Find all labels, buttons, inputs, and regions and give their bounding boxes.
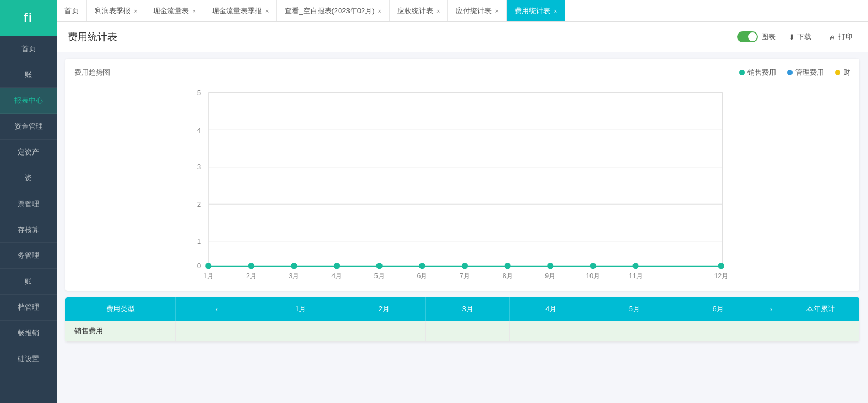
- cell-m2: [342, 321, 426, 341]
- chart-legend: 销售费用 管理费用 财: [739, 68, 850, 78]
- chart-toggle[interactable]: [737, 31, 758, 42]
- svg-text:9月: 9月: [545, 272, 555, 280]
- svg-text:0: 0: [197, 262, 201, 270]
- col-prev[interactable]: ‹: [176, 297, 259, 321]
- chart-toggle-label: 图表: [761, 32, 776, 42]
- cell-m1: [259, 321, 343, 341]
- close-tab-blank-report[interactable]: ×: [378, 8, 381, 14]
- svg-text:12月: 12月: [714, 272, 728, 280]
- col-m5: 5月: [593, 297, 677, 321]
- svg-text:11月: 11月: [629, 272, 643, 280]
- download-icon: ⬇: [789, 33, 795, 41]
- legend-dot-management: [787, 70, 793, 75]
- cell-m4: [510, 321, 593, 341]
- close-tab-payables[interactable]: ×: [495, 8, 498, 14]
- svg-text:2月: 2月: [246, 272, 256, 280]
- print-icon: 🖨: [829, 33, 836, 41]
- sidebar-item-accounts[interactable]: 账: [0, 62, 57, 88]
- svg-point-15: [291, 263, 297, 269]
- close-tab-receivables[interactable]: ×: [436, 8, 440, 14]
- app-logo: fi: [0, 0, 57, 36]
- col-m3: 3月: [426, 297, 510, 321]
- tab-expense-stats[interactable]: 费用统计表 ×: [507, 0, 565, 22]
- table-section: 费用类型 ‹ 1月 2月 3月 4月 5月: [65, 297, 859, 342]
- close-tab-expense-stats[interactable]: ×: [554, 8, 557, 14]
- col-m1: 1月: [259, 297, 343, 321]
- tab-blank-report[interactable]: 查看_空白报表(2023年02月) ×: [277, 0, 390, 22]
- legend-dot-sales: [739, 70, 745, 75]
- tab-cash-flow-quarterly[interactable]: 现金流量表季报 ×: [204, 0, 277, 22]
- sidebar-item-fund-management[interactable]: 资金管理: [0, 114, 57, 140]
- svg-text:3: 3: [197, 163, 201, 171]
- cell-m6: [676, 321, 760, 341]
- tab-home[interactable]: 首页: [57, 0, 87, 22]
- sidebar-item-basic-settings[interactable]: 础设置: [0, 346, 57, 372]
- content-area: 费用统计表 图表 ⬇ 下载 🖨 打印 费用趋势图: [57, 22, 868, 403]
- close-tab-cash-flow[interactable]: ×: [192, 8, 195, 14]
- cell-m3: [426, 321, 510, 341]
- next-arrow-icon[interactable]: ›: [769, 305, 772, 313]
- close-tab-profit-report[interactable]: ×: [134, 8, 137, 14]
- col-next[interactable]: ›: [760, 297, 782, 321]
- svg-text:4: 4: [197, 126, 201, 134]
- chart-header: 费用趋势图 销售费用 管理费用 财: [74, 68, 850, 78]
- legend-label-finance: 财: [843, 68, 850, 78]
- cell-prev: [176, 321, 259, 341]
- tab-cash-flow[interactable]: 现金流量表 ×: [145, 0, 204, 22]
- svg-text:2: 2: [197, 200, 201, 208]
- cell-ytd: [782, 321, 859, 341]
- page-title: 费用统计表: [68, 30, 117, 43]
- sidebar-item-report-center[interactable]: 报表中心: [0, 88, 57, 114]
- print-button[interactable]: 🖨 打印: [825, 30, 857, 44]
- svg-point-22: [590, 263, 596, 269]
- table-row: 销售费用: [65, 321, 859, 342]
- sidebar-item-inventory[interactable]: 存核算: [0, 217, 57, 243]
- svg-text:1: 1: [197, 237, 201, 245]
- svg-point-20: [505, 263, 511, 269]
- sidebar-item-ledger[interactable]: 账: [0, 269, 57, 295]
- svg-point-21: [547, 263, 553, 269]
- svg-text:1月: 1月: [203, 272, 214, 280]
- table-body: 销售费用: [65, 321, 859, 342]
- svg-text:8月: 8月: [503, 272, 513, 280]
- sidebar-item-home[interactable]: 首页: [0, 36, 57, 62]
- chart-toggle-wrap[interactable]: 图表: [737, 31, 776, 42]
- svg-text:5: 5: [197, 89, 201, 97]
- sidebar-item-expense-cancel[interactable]: 畅报销: [0, 321, 57, 346]
- tab-bar: 首页 利润表季报 × 现金流量表 × 现金流量表季报 × 查看_空白报表(202…: [57, 0, 868, 22]
- header-actions: 图表 ⬇ 下载 🖨 打印: [737, 30, 857, 44]
- svg-text:10月: 10月: [586, 272, 600, 280]
- svg-text:4月: 4月: [331, 272, 342, 280]
- legend-label-sales: 销售费用: [747, 68, 776, 78]
- cell-m5: [593, 321, 677, 341]
- sidebar-item-fixed-assets[interactable]: 定资产: [0, 140, 57, 165]
- svg-point-19: [462, 263, 468, 269]
- svg-point-14: [248, 263, 254, 269]
- svg-text:6月: 6月: [417, 272, 427, 280]
- svg-text:3月: 3月: [289, 272, 299, 280]
- download-button[interactable]: ⬇ 下载: [784, 30, 816, 44]
- tab-profit-report[interactable]: 利润表季报 ×: [87, 0, 145, 22]
- chart-svg: 5 4 3 2 1 0: [74, 84, 850, 282]
- svg-text:5月: 5月: [374, 272, 385, 280]
- tab-payables[interactable]: 应付统计表 ×: [448, 0, 506, 22]
- sidebar-item-file-management[interactable]: 档管理: [0, 295, 57, 321]
- cell-type: 销售费用: [65, 321, 176, 341]
- col-m4: 4月: [510, 297, 593, 321]
- sidebar-item-service-management[interactable]: 务管理: [0, 243, 57, 269]
- svg-point-23: [632, 263, 638, 269]
- svg-rect-12: [209, 93, 723, 266]
- prev-arrow-icon[interactable]: ‹: [216, 305, 219, 313]
- tab-receivables[interactable]: 应收统计表 ×: [390, 0, 448, 22]
- svg-point-16: [334, 263, 340, 269]
- col-m2: 2月: [342, 297, 426, 321]
- chart-svg-wrap: 5 4 3 2 1 0: [74, 84, 850, 282]
- sidebar-item-capital[interactable]: 资: [0, 165, 57, 191]
- close-tab-cash-flow-quarterly[interactable]: ×: [265, 8, 269, 14]
- svg-point-17: [376, 263, 383, 269]
- main-area: 首页 利润表季报 × 现金流量表 × 现金流量表季报 × 查看_空白报表(202…: [57, 0, 868, 403]
- page-header: 费用统计表 图表 ⬇ 下载 🖨 打印: [57, 22, 868, 52]
- chart-section: 费用趋势图 销售费用 管理费用 财: [65, 59, 859, 291]
- svg-point-24: [718, 263, 724, 269]
- sidebar-item-ticket-management[interactable]: 票管理: [0, 191, 57, 217]
